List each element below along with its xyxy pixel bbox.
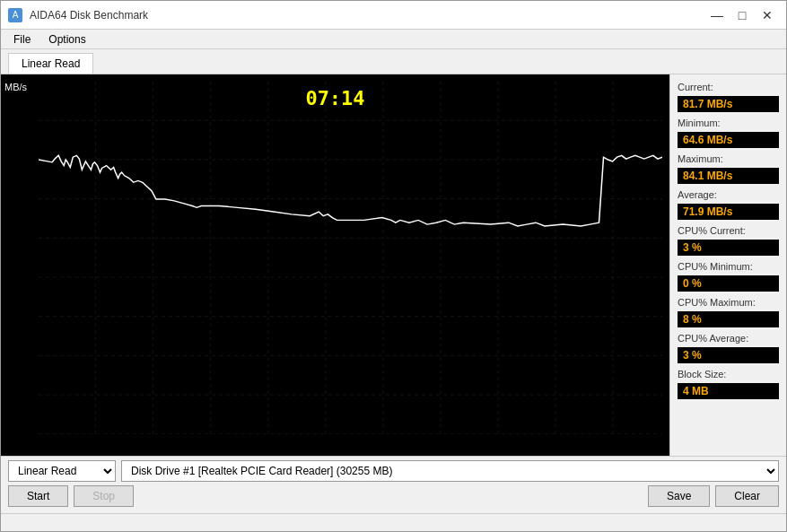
cpu-average-value: 3 % xyxy=(678,347,779,363)
bottom-bar: Linear Read Disk Drive #1 [Realtek PCIE … xyxy=(1,456,786,513)
title-bar: A AIDA64 Disk Benchmark — □ ✕ xyxy=(1,1,786,30)
main-window: A AIDA64 Disk Benchmark — □ ✕ File Optio… xyxy=(0,0,787,532)
y-axis-label: MB/s xyxy=(4,82,27,92)
title-controls: — □ ✕ xyxy=(705,6,779,24)
cpu-average-label: CPU% Average: xyxy=(678,333,779,344)
menu-bar: File Options xyxy=(1,30,786,49)
cpu-minimum-value: 0 % xyxy=(678,275,779,292)
block-size-value: 4 MB xyxy=(678,383,779,399)
maximum-label: Maximum: xyxy=(678,153,779,164)
save-button[interactable]: Save xyxy=(648,485,710,507)
maximum-value: 84.1 MB/s xyxy=(678,168,779,184)
block-size-label: Block Size: xyxy=(678,369,779,379)
app-icon: A xyxy=(8,8,22,22)
minimum-label: Minimum: xyxy=(678,118,779,128)
tab-bar: Linear Read xyxy=(1,49,786,74)
average-label: Average: xyxy=(678,189,779,200)
maximize-button[interactable]: □ xyxy=(730,6,754,24)
chart-svg xyxy=(39,82,662,434)
cpu-maximum-value: 8 % xyxy=(678,311,779,327)
clear-button[interactable]: Clear xyxy=(715,485,779,507)
title-bar-left: A AIDA64 Disk Benchmark xyxy=(8,8,148,22)
minimize-button[interactable]: — xyxy=(705,6,729,24)
tab-linear-read[interactable]: Linear Read xyxy=(8,53,93,74)
cpu-current-value: 3 % xyxy=(678,240,779,256)
chart-area: MB/s 07:14 99 88 77 66 55 44 33 22 11 0 xyxy=(1,74,669,456)
status-bar xyxy=(1,513,786,531)
stop-button[interactable]: Stop xyxy=(74,485,134,507)
menu-file[interactable]: File xyxy=(4,31,39,48)
current-label: Current: xyxy=(678,82,779,92)
window-title: AIDA64 Disk Benchmark xyxy=(30,9,148,22)
mode-dropdown[interactable]: Linear Read xyxy=(8,460,116,482)
cpu-minimum-label: CPU% Minimum: xyxy=(678,261,779,272)
current-value: 81.7 MB/s xyxy=(678,96,779,112)
start-button[interactable]: Start xyxy=(8,485,68,507)
dropdown-row: Linear Read Disk Drive #1 [Realtek PCIE … xyxy=(8,460,779,482)
minimum-value: 64.6 MB/s xyxy=(678,132,779,148)
cpu-maximum-label: CPU% Maximum: xyxy=(678,297,779,308)
average-value: 71.9 MB/s xyxy=(678,204,779,220)
button-row: Start Stop Save Clear xyxy=(8,485,779,507)
close-button[interactable]: ✕ xyxy=(756,6,779,24)
chart-timer: 07:14 xyxy=(305,87,364,109)
svg-rect-4 xyxy=(39,82,662,434)
cpu-current-label: CPU% Current: xyxy=(678,225,779,236)
menu-options[interactable]: Options xyxy=(39,31,94,48)
main-content: MB/s 07:14 99 88 77 66 55 44 33 22 11 0 xyxy=(1,74,786,456)
stats-sidebar: Current: 81.7 MB/s Minimum: 64.6 MB/s Ma… xyxy=(669,74,786,456)
drive-dropdown[interactable]: Disk Drive #1 [Realtek PCIE Card Reader]… xyxy=(121,460,779,482)
